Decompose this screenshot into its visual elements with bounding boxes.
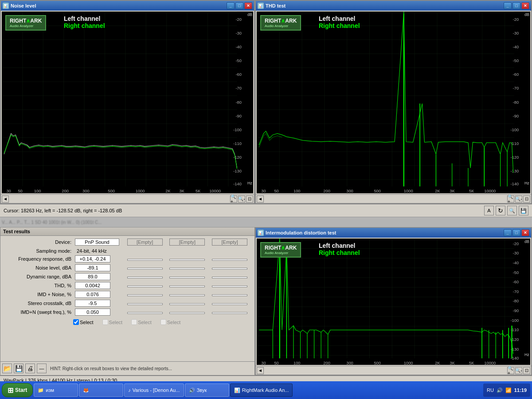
svg-text:500: 500 [374,361,381,365]
svg-text:-120: -120 [510,155,519,160]
sampling-row: Sampling mode: 24-bit, 44 kHz [2,247,253,254]
start-button[interactable]: ⊞ Start [2,383,33,397]
sampling-label: Sampling mode: [2,247,73,254]
svg-text:2K: 2K [165,189,171,193]
zoom-fit-btn-noise[interactable]: ⊡ [246,196,253,203]
maximize-btn[interactable]: □ [235,2,243,9]
print-btn[interactable]: 🖨 [25,364,35,373]
select-checkbox-2-label: Select [102,319,123,325]
svg-text:-130: -130 [233,169,242,173]
svg-text:-40: -40 [235,45,242,49]
stereo-crosstalk-empty1 [127,303,163,305]
taskbar-various-label: Various - [Denon Au... [133,387,180,393]
close-btn-thd[interactable]: ✕ [521,2,529,9]
save-tool-btn[interactable]: 💾 [519,206,528,215]
cursor-info-bar: Cursor: 18263 Hz, left = -128.52 dB, rig… [0,204,532,217]
zoom-fit-btn-imd[interactable]: ⊡ [523,367,530,374]
zoom-in-btn-thd[interactable]: 🔍+ [507,196,514,203]
lang-indicator[interactable]: RU [487,387,494,393]
svg-text:100: 100 [293,189,301,193]
svg-text:-50: -50 [513,270,519,275]
imd-chart: dB Hz RIGHT∧ARK Audio Analyzer Left chan… [257,239,530,365]
svg-text:-80: -80 [513,299,519,304]
close-btn-imd[interactable]: ✕ [521,229,529,236]
imd-icon: 📊 [258,230,264,236]
channel-labels-imd: Left channel Right channel [319,242,360,256]
svg-text:5K: 5K [196,189,201,193]
start-label: Start [15,387,27,393]
imd-swept-value: 0.050 [75,309,110,316]
db-label-imd: dB [524,239,529,244]
select-checkbox-2[interactable] [102,319,108,325]
scroll-left-btn-noise[interactable]: ◄ [2,196,9,203]
svg-text:30: 30 [261,189,266,193]
imd-noise-empty3 [212,294,247,296]
search-tool-btn[interactable]: 🔍 [507,206,517,215]
volume-icon[interactable]: 🔊 [497,387,503,393]
svg-text:1000: 1000 [136,189,145,193]
minus-btn[interactable]: — [37,364,47,373]
svg-text:100: 100 [34,189,41,193]
save-results-btn[interactable]: 💾 [14,364,23,373]
taskbar-btn-various[interactable]: ♪ Various - [Denon Au... [124,383,184,397]
zoom-out-btn-thd[interactable]: 🔍- [515,196,522,203]
noise-level-chart: dB Hz RIGHT∧ARK Audio Analyzer Left chan… [2,12,253,193]
svg-text:500: 500 [374,189,381,193]
noise-level-value: -89.1 [75,264,110,271]
close-btn[interactable]: ✕ [244,2,252,9]
thd-controls: _ □ ✕ [504,2,529,9]
svg-text:1000: 1000 [404,361,413,365]
device-empty1: [Empty] [127,239,163,246]
maximize-btn-imd[interactable]: □ [512,229,520,236]
taskbar-btn-firefox[interactable]: 🦊 [79,383,123,397]
zoom-out-btn-noise[interactable]: 🔍- [238,196,245,203]
svg-text:-90: -90 [513,309,519,313]
thd-row: THD, % 0.0042 [2,281,253,290]
svg-text:-30: -30 [513,251,519,256]
hint-text: HINT: Right-click on result boxes to vie… [50,366,172,371]
results-title: Test results [3,229,30,234]
svg-text:-80: -80 [235,100,242,105]
device-empty3: [Empty] [212,239,247,246]
zoom-fit-btn-thd[interactable]: ⊡ [523,196,530,203]
imd-swept-empty2 [169,312,205,314]
system-tray: RU 🔊 📶 11:19 [483,383,530,397]
select-checkbox-3[interactable] [131,319,137,325]
svg-text:-60: -60 [513,72,519,77]
results-section: Test results Device: PnP Sound [Empty] [… [0,227,255,376]
maximize-btn-thd[interactable]: □ [512,2,520,9]
stereo-crosstalk-value: -9.5 [75,300,110,307]
taskbar-btn-izm[interactable]: 📁 изм [34,383,78,397]
select-checkbox-1-label: Select [73,319,94,325]
open-btn[interactable]: 📂 [2,364,12,373]
select-checkbox-3-label: Select [131,319,152,325]
scroll-left-btn-thd[interactable]: ◄ [257,196,264,203]
zoom-out-btn-imd[interactable]: 🔍- [515,367,522,374]
imd-swept-row: IMD+N (swept freq.), % 0.050 [2,308,253,317]
imd-titlebar: 📊 Intermodulation distortion test _ □ ✕ [256,228,531,238]
minimize-btn-thd[interactable]: _ [504,2,512,9]
svg-rect-33 [257,12,514,186]
svg-text:-100: -100 [510,128,519,132]
scroll-left-btn-imd[interactable]: ◄ [257,367,264,374]
select-checkbox-4[interactable] [160,319,166,325]
svg-text:30: 30 [261,361,266,365]
minimize-btn[interactable]: _ [227,2,235,9]
taskbar-btn-zvuk[interactable]: 🔊 Звук [185,383,229,397]
thd-label: THD, % [2,281,73,290]
zoom-in-btn-noise[interactable]: 🔍+ [230,196,237,203]
refresh-tool-btn[interactable]: ↻ [496,206,505,215]
zoom-in-btn-imd[interactable]: 🔍+ [507,367,514,374]
svg-text:50: 50 [274,361,278,365]
minimize-btn-imd[interactable]: _ [504,229,512,236]
select-checkbox-1[interactable] [73,319,79,325]
dynamic-range-value: 89.0 [75,273,110,280]
secondary-info-bar: V... A... P... T... 1 SD 40 1001t (in W.… [0,217,532,227]
svg-text:-90: -90 [513,114,519,118]
device-label: Device: [2,238,73,247]
dynamic-range-row: Dynamic range, dBA 89.0 [2,272,253,281]
noise-chart-nav: ◄ 🔍+ 🔍- ⊡ [1,194,254,203]
font-tool-btn[interactable]: A [484,206,494,215]
svg-text:1000: 1000 [404,189,413,193]
taskbar-btn-rightmark[interactable]: 📊 RightMark Audio An... [230,383,293,397]
